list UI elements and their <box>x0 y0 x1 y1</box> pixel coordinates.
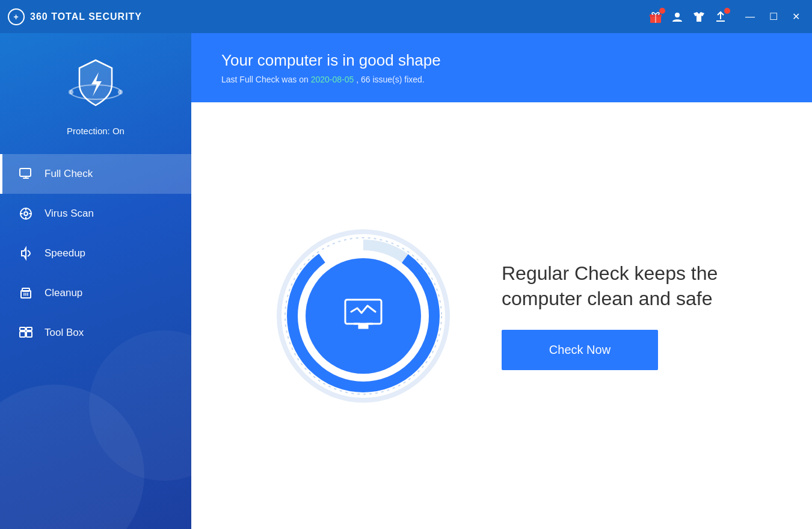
svg-rect-14 <box>20 332 25 337</box>
profile-button[interactable] <box>671 10 684 23</box>
app-title-group: + 360 TOTAL SECURITY <box>7 8 142 26</box>
svg-rect-17 <box>26 327 32 330</box>
sidebar: Protection: On Full Check <box>0 33 191 529</box>
virus-scan-icon <box>18 206 34 221</box>
sidebar-item-virus-scan-label: Virus Scan <box>45 208 94 220</box>
protection-label: Protection: On <box>67 126 125 136</box>
svg-rect-13 <box>22 288 29 291</box>
nav-items: Full Check Virus Scan <box>0 154 191 353</box>
sidebar-item-full-check-label: Full Check <box>45 168 93 180</box>
donut-chart-container <box>273 226 454 406</box>
svg-point-5 <box>675 13 680 17</box>
header-title: Your computer is in good shape <box>221 51 782 70</box>
tagline-text: Regular Check keeps the computer clean a… <box>502 261 730 311</box>
svg-rect-16 <box>20 327 25 330</box>
donut-center-icon <box>342 295 384 337</box>
svg-point-8 <box>118 90 123 94</box>
title-bar: + 360 TOTAL SECURITY <box>0 0 812 33</box>
speedup-icon <box>18 246 34 261</box>
svg-point-7 <box>69 90 73 94</box>
minimize-button[interactable]: — <box>740 10 760 23</box>
shirt-button[interactable] <box>692 10 706 23</box>
sidebar-item-speedup[interactable]: Speedup <box>0 234 191 273</box>
svg-rect-9 <box>20 169 31 176</box>
content-area: Your computer is in good shape Last Full… <box>191 33 812 529</box>
full-check-icon <box>18 166 34 182</box>
svg-rect-15 <box>26 332 32 337</box>
content-body: Regular Check keeps the computer clean a… <box>191 102 812 529</box>
content-header: Your computer is in good shape Last Full… <box>191 33 812 102</box>
sidebar-item-tool-box-label: Tool Box <box>45 327 84 339</box>
maximize-button[interactable]: ☐ <box>764 10 783 23</box>
sidebar-item-tool-box[interactable]: Tool Box <box>0 313 191 353</box>
sidebar-item-full-check[interactable]: Full Check <box>0 154 191 194</box>
main-layout: Protection: On Full Check <box>0 33 812 529</box>
svg-rect-4 <box>655 14 656 23</box>
sidebar-item-cleanup-label: Cleanup <box>45 287 82 299</box>
sidebar-item-virus-scan[interactable]: Virus Scan <box>0 194 191 234</box>
svg-text:+: + <box>13 12 19 22</box>
title-bar-right: — ☐ ✕ <box>649 10 805 23</box>
gift-badge <box>659 8 665 14</box>
gift-button[interactable] <box>649 10 662 23</box>
sidebar-item-speedup-label: Speedup <box>45 247 85 259</box>
window-controls: — ☐ ✕ <box>740 10 805 23</box>
sidebar-item-cleanup[interactable]: Cleanup <box>0 273 191 313</box>
check-now-button[interactable]: Check Now <box>502 330 658 370</box>
app-logo-icon: + <box>7 8 25 26</box>
tool-box-icon <box>18 325 34 341</box>
cleanup-icon <box>18 285 34 301</box>
shield-logo <box>63 51 129 120</box>
active-indicator <box>0 154 2 194</box>
content-right: Regular Check keeps the computer clean a… <box>502 261 730 370</box>
header-date: 2020-08-05 <box>311 75 354 84</box>
header-subtitle: Last Full Check was on 2020-08-05 , 66 i… <box>221 75 782 84</box>
app-name-label: 360 TOTAL SECURITY <box>30 11 142 22</box>
upload-button[interactable] <box>714 10 727 23</box>
upload-badge <box>724 8 730 14</box>
svg-point-11 <box>24 212 28 215</box>
close-button[interactable]: ✕ <box>787 10 805 23</box>
